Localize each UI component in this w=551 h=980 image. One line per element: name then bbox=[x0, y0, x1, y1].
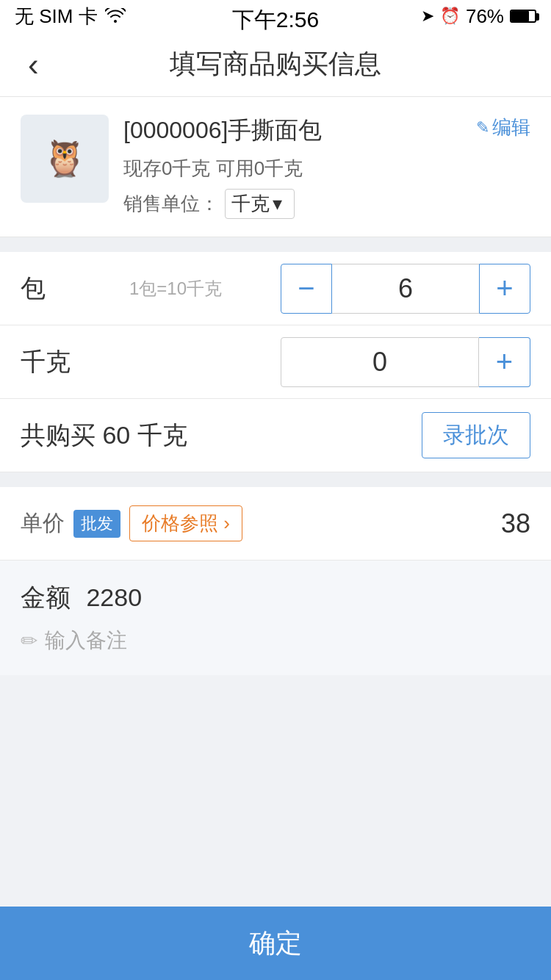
pencil-icon: ✏ bbox=[21, 629, 37, 653]
bao-input-row: 包 1包=10千克 − + bbox=[0, 252, 551, 325]
product-info: [0000006]手撕面包 ✎ 编辑 现存0千克 可用0千克 销售单位： 千克 … bbox=[123, 115, 530, 219]
nav-title: 填写商品购买信息 bbox=[170, 46, 381, 82]
note-row[interactable]: ✏ 输入备注 bbox=[21, 627, 530, 655]
product-header: [0000006]手撕面包 ✎ 编辑 bbox=[123, 115, 530, 147]
back-button[interactable]: ‹ bbox=[21, 39, 46, 90]
summary-row: 共购买 60 千克 录批次 bbox=[0, 399, 551, 472]
price-value: 38 bbox=[501, 508, 530, 539]
kg-input[interactable] bbox=[281, 337, 479, 387]
section-divider-2 bbox=[0, 472, 551, 487]
input-section: 包 1包=10千克 − + 千克 + 共购买 60 千克 录批次 bbox=[0, 252, 551, 472]
bao-input[interactable] bbox=[332, 264, 479, 314]
product-unit-row: 销售单位： 千克 ▾ bbox=[123, 189, 530, 219]
status-left: 无 SIM 卡 bbox=[15, 4, 126, 29]
amount-value: 2280 bbox=[86, 583, 142, 611]
alarm-icon: ⏰ bbox=[440, 7, 460, 26]
kg-label: 千克 bbox=[21, 345, 123, 379]
bao-label: 包 bbox=[21, 272, 123, 306]
product-card: 🦉 [0000006]手撕面包 ✎ 编辑 现存0千克 可用0千克 销售单位： 千… bbox=[0, 97, 551, 237]
kg-input-row: 千克 + bbox=[0, 325, 551, 399]
note-placeholder: 输入备注 bbox=[45, 627, 127, 655]
battery-icon bbox=[510, 10, 536, 23]
kg-plus-button[interactable]: + bbox=[479, 337, 530, 387]
product-name: [0000006]手撕面包 bbox=[123, 115, 476, 147]
status-time: 下午2:56 bbox=[232, 5, 319, 35]
product-logo-icon: 🦉 bbox=[43, 138, 87, 179]
confirm-button[interactable]: 确定 bbox=[0, 907, 551, 980]
amount-section: 金额 2280 ✏ 输入备注 bbox=[0, 561, 551, 675]
summary-text: 共购买 60 千克 bbox=[21, 419, 422, 453]
section-divider-1 bbox=[0, 237, 551, 252]
kg-controls: + bbox=[281, 337, 530, 387]
nav-bar: ‹ 填写商品购买信息 bbox=[0, 32, 551, 97]
location-icon: ➤ bbox=[421, 7, 434, 26]
product-stock: 现存0千克 可用0千克 bbox=[123, 156, 530, 181]
price-label: 单价 bbox=[21, 508, 65, 538]
battery-label: 76% bbox=[466, 5, 504, 28]
bao-hint: 1包=10千克 bbox=[129, 277, 281, 300]
bao-controls: − + bbox=[281, 264, 530, 314]
bao-plus-button[interactable]: + bbox=[479, 264, 530, 314]
status-right: ➤ ⏰ 76% bbox=[421, 5, 536, 28]
confirm-label: 确定 bbox=[249, 926, 302, 962]
price-section: 单价 批发 价格参照 › 38 bbox=[0, 487, 551, 561]
batch-button[interactable]: 录批次 bbox=[422, 412, 530, 458]
price-ref-button[interactable]: 价格参照 › bbox=[129, 505, 242, 541]
edit-button[interactable]: ✎ 编辑 bbox=[476, 115, 530, 140]
price-tag: 批发 bbox=[73, 510, 120, 538]
product-image: 🦉 bbox=[21, 115, 109, 203]
unit-select[interactable]: 千克 ▾ bbox=[225, 189, 295, 219]
carrier-label: 无 SIM 卡 bbox=[15, 4, 98, 29]
status-bar: 无 SIM 卡 下午2:56 ➤ ⏰ 76% bbox=[0, 0, 551, 32]
amount-row: 金额 2280 bbox=[21, 581, 530, 615]
dropdown-icon: ▾ bbox=[273, 192, 282, 215]
price-row: 单价 批发 价格参照 › 38 bbox=[0, 487, 551, 561]
wifi-icon bbox=[105, 5, 126, 28]
edit-icon: ✎ bbox=[476, 118, 489, 137]
bao-minus-button[interactable]: − bbox=[281, 264, 332, 314]
